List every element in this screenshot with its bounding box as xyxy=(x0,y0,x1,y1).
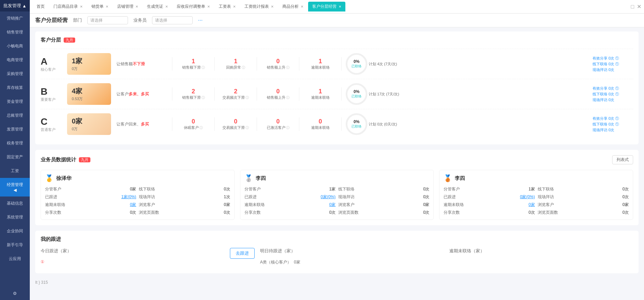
tier-b-metric-3[interactable]: 1 逾期未联络 xyxy=(303,88,337,100)
sidebar-item-jingying[interactable]: 经营管理 ◀ xyxy=(0,178,30,197)
tier-b-circle-area: 0% 已联络 计划 17次 (7天/次) xyxy=(346,83,399,105)
tab-customer-mgmt[interactable]: 客户分层经营 ✕ xyxy=(308,2,345,11)
more-filters-icon[interactable]: ··· xyxy=(198,17,202,23)
sidebar-item-xinshou[interactable]: 新手引导 xyxy=(0,238,30,252)
staff-title-group: 业务员数据统计 九月 xyxy=(41,157,90,163)
tier-b-metric-2[interactable]: 0 销售额上升 ⓘ xyxy=(261,88,295,100)
tier-c-metric-1[interactable]: 0 交易频次下滑 ⓘ xyxy=(219,118,253,130)
tier-a-right-stats: 有效分享 0次 ① 线下联络 0次 ① 现场拜访 0次 xyxy=(593,56,633,72)
tab-store-close[interactable]: ✕ xyxy=(135,5,138,8)
divider-3 xyxy=(257,57,257,71)
sidebar-item-gudingzichan[interactable]: 固定资产 xyxy=(0,150,30,164)
tier-b-plan: 计划 17次 (7天/次) xyxy=(369,92,399,97)
tier-c-metric-3[interactable]: 0 逾期未联络 xyxy=(303,118,337,130)
staff-0-stat-5: 浏览客户 0家 xyxy=(139,202,230,208)
staff-0-stat-1: 线下联络 0次 xyxy=(139,186,230,192)
followup-section: 我的跟进 今日跟进（家） ① 去跟进 明日待跟进（家） A类（核心客户） 0家 xyxy=(35,231,639,273)
tier-a-suggestion: 让销售额不下滑 xyxy=(114,61,168,67)
sidebar-item-dianshang[interactable]: 电商管理 xyxy=(0,53,30,67)
tier-a-metric-0[interactable]: 1 销售额下滑 ⓘ xyxy=(176,58,210,70)
tab-payroll-close[interactable]: ✕ xyxy=(233,5,236,8)
divider-b3 xyxy=(257,87,257,101)
tab-sales[interactable]: 销货单 ✕ xyxy=(87,2,112,11)
info-icon-c1[interactable]: ⓘ xyxy=(245,125,249,130)
tier-c-count-box[interactable]: 0家 0万 xyxy=(67,113,111,135)
info-icon-b1[interactable]: ⓘ xyxy=(245,95,249,100)
tier-b-count-box[interactable]: 4家 0.53万 xyxy=(67,83,111,105)
tab-home[interactable]: 首页 xyxy=(33,2,49,11)
tier-c-metric-2[interactable]: 0 已激活客户 ⓘ xyxy=(261,118,295,130)
staff-2-stat-4: 逾期未联络 0家 xyxy=(444,202,535,208)
staff-1-stat-3: 现场拜访 0次 xyxy=(338,194,429,200)
info-icon-a0[interactable]: ⓘ xyxy=(201,65,205,70)
sidebar-item-kucun[interactable]: 库存核算 xyxy=(0,81,30,95)
staff-2-stat-3: 现场拜访 0次 xyxy=(538,194,629,200)
staff-0-stat-6: 分享次数 0次 xyxy=(45,210,136,215)
staff-0-medal: 🥇 xyxy=(45,174,53,182)
info-icon-a1[interactable]: ⓘ xyxy=(242,65,245,70)
list-view-button[interactable]: 列表式 xyxy=(612,155,633,164)
goto-followup-button[interactable]: 去跟进 xyxy=(230,248,255,259)
tier-a-count-box[interactable]: 1家 0万 xyxy=(67,53,111,75)
tier-a-metric-1[interactable]: 1 回购异常 ⓘ xyxy=(219,58,253,70)
sidebar-item-jichu[interactable]: 基础信息 xyxy=(0,197,30,210)
settings-button[interactable]: ⚙ xyxy=(0,287,30,300)
overdue-followup-title: 逾期未联络（家） xyxy=(449,248,633,254)
sidebar-item-fapiao[interactable]: 发票管理 xyxy=(0,122,30,136)
sidebar-item-yingxiao[interactable]: 营销推广 xyxy=(0,11,30,25)
staff-1-stat-1: 线下联络 0次 xyxy=(338,186,429,192)
tab-products-close[interactable]: ✕ xyxy=(80,5,83,8)
tab-voucher-close[interactable]: ✕ xyxy=(165,5,168,8)
tier-a-plan: 计划 4次 (7天/次) xyxy=(369,62,397,67)
staff-month: 九月 xyxy=(79,157,90,162)
staff-2-stat-2: 已跟进 0家(0%) xyxy=(444,194,535,200)
tab-voucher[interactable]: 生成凭证 ✕ xyxy=(143,2,172,11)
info-icon-c2[interactable]: ⓘ xyxy=(286,125,289,130)
staff-2-stat-1: 线下联络 0次 xyxy=(538,186,629,192)
info-icon-b0[interactable]: ⓘ xyxy=(201,95,205,100)
divider-2 xyxy=(214,57,215,71)
tier-b-metric-1[interactable]: 2 交易频次下滑 ⓘ xyxy=(219,88,253,100)
tab-customer-mgmt-close[interactable]: ✕ xyxy=(339,5,341,8)
sidebar-top[interactable]: 批发管理 ▲ xyxy=(0,0,30,11)
sidebar-item-caigou[interactable]: 采购管理 xyxy=(0,67,30,81)
maximize-icon[interactable]: □ xyxy=(631,4,634,10)
tab-store[interactable]: 店铺管理 ✕ xyxy=(113,2,142,11)
tab-payroll-report-close[interactable]: ✕ xyxy=(271,5,274,8)
tab-products[interactable]: 门店商品目录 ✕ xyxy=(49,2,87,11)
sidebar-item-xitong[interactable]: 系统管理 xyxy=(0,210,30,224)
department-select[interactable]: 请选择 xyxy=(87,16,128,24)
staff-select[interactable]: 请选择 xyxy=(152,16,193,24)
sidebar-item-qiye[interactable]: 企业协同 xyxy=(0,224,30,238)
divider-c4 xyxy=(299,117,299,131)
tab-receivable-close[interactable]: ✕ xyxy=(207,5,210,8)
sidebar-item-gongzi[interactable]: 工资 xyxy=(0,164,30,178)
info-icon-c0[interactable]: ⓘ xyxy=(199,125,203,130)
sidebar-item-xiaoshou[interactable]: 销售管理 xyxy=(0,25,30,39)
followup-title: 我的跟进 xyxy=(41,236,633,243)
staff-title: 业务员数据统计 xyxy=(41,157,76,163)
tab-goods-analysis[interactable]: 商品分析 ✕ xyxy=(278,2,307,11)
close-window-icon[interactable]: ✕ xyxy=(637,3,641,10)
tier-c-label: C 普通客户 xyxy=(41,116,64,132)
tab-payroll[interactable]: 工资表 ✕ xyxy=(215,2,240,11)
sidebar-item-shuiwu[interactable]: 税务管理 xyxy=(0,136,30,150)
staff-section: 业务员数据统计 九月 列表式 🥇 徐泽华 分管客户 0家 xyxy=(35,150,639,225)
tab-payroll-report[interactable]: 工资统计报表 ✕ xyxy=(240,2,278,11)
tier-b-metric-0[interactable]: 2 销售额下滑 ⓘ xyxy=(176,88,210,100)
info-icon-b2[interactable]: ⓘ xyxy=(286,95,289,100)
tier-a-metric-3[interactable]: 1 逾期未联络 xyxy=(303,58,337,70)
staff-0-stat-4: 逾期未联络 0家 xyxy=(45,202,136,208)
info-icon-a2[interactable]: ⓘ xyxy=(286,65,289,70)
tier-c-metric-0[interactable]: 0 休眠客户 ⓘ xyxy=(176,118,210,130)
sidebar-item-zongzhang[interactable]: 总账管理 xyxy=(0,109,30,122)
tab-sales-close[interactable]: ✕ xyxy=(106,5,108,8)
tab-receivable[interactable]: 应收应付调整单 ✕ xyxy=(173,2,214,11)
staff-2-medal: 🥉 xyxy=(444,174,452,182)
sidebar-item-yun[interactable]: 云应用 xyxy=(0,252,30,266)
tier-a-metric-2[interactable]: 0 销售额上升 ⓘ xyxy=(261,58,295,70)
tier-a-row: A 核心客户 1家 0万 让销售额不下滑 1 销售额下滑 ⓘ 1 xyxy=(41,49,633,79)
sidebar-item-zijin[interactable]: 资金管理 xyxy=(0,95,30,109)
sidebar-item-xiaodian[interactable]: 小畅电商 xyxy=(0,39,30,53)
tab-goods-analysis-close[interactable]: ✕ xyxy=(301,5,303,8)
